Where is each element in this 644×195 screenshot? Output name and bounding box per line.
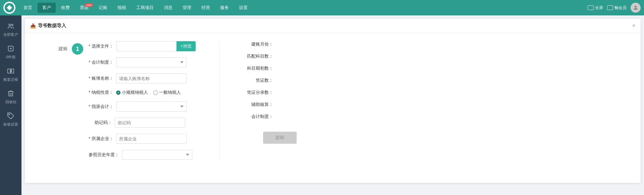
- voucher-label: 凭证数：: [243, 77, 273, 83]
- match-label: 匹配科目数：: [243, 53, 273, 59]
- ledger-name-input[interactable]: [116, 73, 187, 83]
- dialog-title: 📥 导爷数据导入: [30, 23, 66, 29]
- accounting-sys-row: 会计制度：: [243, 114, 317, 120]
- svg-point-2: [11, 24, 13, 26]
- ledger-name-label: * 账簿名称：: [89, 75, 113, 81]
- accountant-row: * 指派会计：: [89, 102, 196, 112]
- build-btn-area: 建账: [243, 128, 317, 144]
- nav-item-operation[interactable]: 经营: [197, 3, 215, 13]
- app-logo[interactable]: [3, 2, 15, 14]
- new-badge: new: [85, 3, 93, 7]
- memo-input[interactable]: [115, 118, 185, 128]
- all-customers-label: 全部客户: [3, 32, 18, 37]
- member-icon: [607, 5, 613, 10]
- all-customers-icon: [6, 21, 15, 31]
- nav-item-customers[interactable]: 客户: [38, 3, 56, 13]
- nav-item-service[interactable]: 服务: [215, 3, 234, 13]
- history-year-row: 参照历史年度：: [89, 150, 196, 160]
- account-migration-icon: [6, 66, 15, 76]
- dialog-body: 建账 1 * 选择文件： +浏览: [25, 33, 641, 168]
- sidebar-item-tag-settings[interactable]: 标签设置: [0, 109, 21, 130]
- memo-row: 助记码：: [89, 118, 196, 128]
- nav-item-accounting[interactable]: 记账: [94, 3, 112, 13]
- recycle-label: 回收站: [5, 100, 16, 105]
- tag-settings-label: 标签设置: [3, 122, 18, 127]
- user-avatar[interactable]: [631, 3, 641, 13]
- svg-point-6: [9, 114, 10, 115]
- accountant-label: * 指派会计：: [89, 104, 113, 110]
- zero-declaration-label: 0申报: [6, 55, 15, 60]
- ledger-name-row: * 账簿名称：: [89, 73, 196, 83]
- nav-menu: 首页 客户 收费 票据 new 记账 报税 工商项目 消息 管理 经营 服务 设…: [19, 3, 588, 13]
- right-panel: 建账月份： 匹配科目数： 科目期初数： 凭证数：: [243, 41, 317, 160]
- period-label: 科目期初数：: [243, 65, 273, 71]
- small-taxpayer-input[interactable]: [116, 90, 120, 95]
- sidebar-item-account-migration[interactable]: 账套迁移: [0, 64, 21, 85]
- main-body: 全部客户 0申报 账套迁移 回收站 标签设置: [0, 15, 644, 195]
- file-input-group: +浏览: [116, 41, 196, 51]
- sidebar-item-all-customers[interactable]: 全部客户: [0, 19, 21, 40]
- accounting-system-select[interactable]: [116, 57, 187, 67]
- sidebar: 全部客户 0申报 账套迁移 回收站 标签设置: [0, 15, 21, 195]
- top-navigation: 首页 客户 收费 票据 new 记账 报税 工商项目 消息 管理 经营 服务 设…: [0, 0, 644, 15]
- file-input[interactable]: [116, 41, 177, 51]
- dialog-card: 📥 导爷数据导入 × 建账 1: [25, 19, 641, 183]
- tag-settings-icon: [6, 111, 15, 121]
- match-row: 匹配科目数：: [243, 53, 317, 59]
- fullscreen-icon: [588, 5, 594, 10]
- general-taxpayer-radio[interactable]: 一般纳税人: [153, 89, 181, 95]
- history-year-select[interactable]: [122, 150, 192, 160]
- step-indicator: 建账 1: [58, 41, 83, 55]
- accounting-system-label: * 会计制度：: [89, 59, 113, 65]
- build-account-button[interactable]: 建账: [263, 132, 297, 144]
- nav-item-bills[interactable]: 票据 new: [75, 3, 93, 13]
- dialog-header: 📥 导爷数据导入 ×: [25, 19, 641, 33]
- nav-item-manage[interactable]: 管理: [178, 3, 196, 13]
- company-input[interactable]: [116, 134, 187, 144]
- step-form-section: 建账 1 * 选择文件： +浏览: [58, 41, 196, 160]
- sidebar-item-recycle[interactable]: 回收站: [0, 86, 21, 107]
- accounting-system-row: * 会计制度：: [89, 57, 196, 67]
- accounting-sys-label: 会计制度：: [243, 114, 273, 120]
- general-taxpayer-input[interactable]: [153, 90, 158, 95]
- month-label: 建账月份：: [243, 41, 273, 47]
- accountant-select[interactable]: [116, 102, 187, 112]
- nav-right-area: 全屏 畅会员: [588, 3, 641, 13]
- voucher-entries-row: 凭证分录数：: [243, 89, 317, 95]
- account-migration-label: 账套迁移: [3, 77, 18, 82]
- nav-item-fees[interactable]: 收费: [56, 3, 75, 13]
- tax-type-label: * 纳税性质：: [89, 89, 113, 95]
- nav-item-home[interactable]: 首页: [19, 3, 37, 13]
- tax-type-row: * 纳税性质： 小规模纳税人 一般纳税人: [89, 89, 196, 95]
- import-icon: 📥: [30, 23, 36, 28]
- recycle-icon: [6, 89, 15, 98]
- nav-item-business[interactable]: 工商项目: [132, 3, 158, 13]
- step-circle: 1: [72, 43, 83, 55]
- browse-button[interactable]: +浏览: [177, 41, 196, 51]
- file-row: * 选择文件： +浏览: [89, 41, 196, 51]
- tax-type-radio-group: 小规模纳税人 一般纳税人: [116, 89, 181, 95]
- member-button[interactable]: 畅会员: [607, 5, 627, 11]
- small-taxpayer-radio[interactable]: 小规模纳税人: [116, 89, 148, 95]
- file-label: * 选择文件：: [89, 43, 113, 49]
- close-button[interactable]: ×: [632, 23, 635, 28]
- company-label: * 所属企业：: [89, 136, 113, 142]
- content-area: 📥 导爷数据导入 × 建账 1: [21, 15, 644, 195]
- nav-item-tax[interactable]: 报税: [113, 3, 131, 13]
- aux-row: 辅助核算：: [243, 102, 317, 108]
- memo-label: 助记码：: [89, 120, 112, 126]
- month-row: 建账月份：: [243, 41, 317, 47]
- fullscreen-button[interactable]: 全屏: [588, 5, 603, 11]
- svg-point-0: [635, 6, 637, 8]
- history-year-label: 参照历史年度：: [89, 152, 119, 158]
- sidebar-item-zero-declaration[interactable]: 0申报: [0, 41, 21, 62]
- nav-item-messages[interactable]: 消息: [159, 3, 177, 13]
- svg-point-1: [9, 24, 11, 26]
- aux-label: 辅助核算：: [243, 102, 273, 108]
- vertical-divider: [219, 41, 219, 160]
- voucher-row: 凭证数：: [243, 77, 317, 83]
- form-section: * 选择文件： +浏览 * 会计制度：: [89, 41, 196, 160]
- nav-item-settings[interactable]: 设置: [234, 3, 252, 13]
- company-row: * 所属企业：: [89, 134, 196, 144]
- voucher-entries-label: 凭证分录数：: [243, 89, 273, 95]
